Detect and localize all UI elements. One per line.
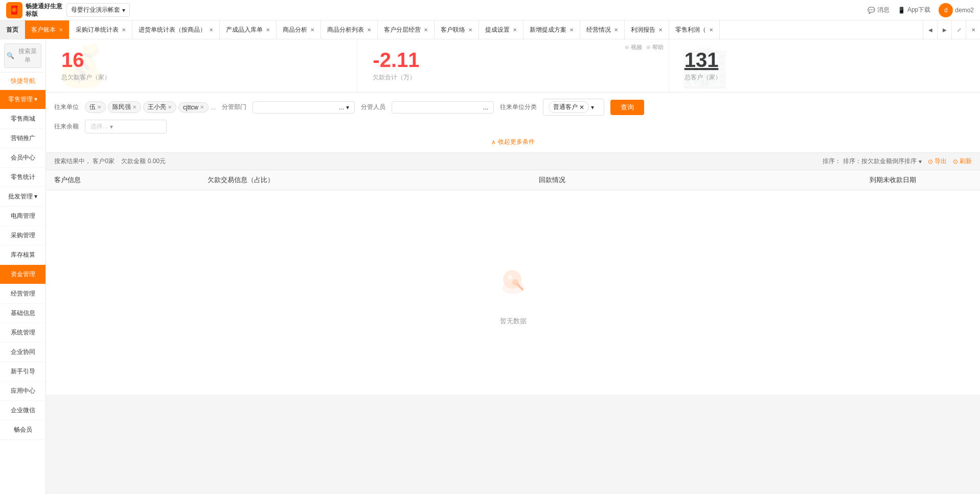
nav-next-btn[interactable]: ▶ <box>937 20 951 39</box>
col-customer-info: 客户信息 <box>54 175 208 185</box>
sidebar-item-vip-member[interactable]: 畅会员 <box>0 420 45 440</box>
close-tab-customer-contact[interactable]: ✕ <box>468 27 472 33</box>
sidebar-item-retail-mall[interactable]: 零售商城 <box>0 109 45 129</box>
close-tab-remind-settings[interactable]: ✕ <box>513 27 517 33</box>
close-tag-3[interactable]: ✕ <box>200 104 204 110</box>
app-download-btn[interactable]: 📱 App下载 <box>898 6 930 14</box>
export-btn[interactable]: ⊙ 导出 <box>928 157 947 166</box>
sidebar-item-enterprise-wechat[interactable]: 企业微信 <box>0 401 45 420</box>
tab-goods-analysis-list[interactable]: 商品分析列表 ✕ <box>321 20 378 39</box>
sidebar-item-operations-mgmt[interactable]: 经营管理 <box>0 284 45 304</box>
filter-area: 往来单位 伍 ✕ 陈民强 ✕ 王小亮 ✕ cjttcw <box>46 93 980 153</box>
sort-select[interactable]: 排序： 排序：按欠款金额倒序排序 ▾ <box>823 157 922 166</box>
close-tab-purchase-order[interactable]: ✕ <box>122 27 126 33</box>
empty-text: 暂无数据 <box>500 317 527 326</box>
result-info: 搜索结果中， 客户0家 欠款金额 0.00元 <box>54 157 166 166</box>
sidebar-item-app-center[interactable]: 应用中心 <box>0 381 45 401</box>
sidebar-item-system-mgmt[interactable]: 系统管理 <box>0 323 45 343</box>
tab-new-plan[interactable]: 新增提成方案 ✕ <box>523 20 580 39</box>
tab-stock-stats[interactable]: 进货单统计表（按商品） ✕ <box>132 20 220 39</box>
sidebar-item-purchase-mgmt[interactable]: 采购管理 <box>0 226 45 245</box>
sidebar-item-retail-stats[interactable]: 零售统计 <box>0 168 45 187</box>
unit-category-select[interactable]: 普通客户 ✕ ▾ <box>543 99 604 116</box>
sidebar-item-basic-info[interactable]: 基础信息 <box>0 304 45 323</box>
close-tag-0[interactable]: ✕ <box>97 104 101 110</box>
quick-nav-btn[interactable]: 快捷导航 <box>0 73 45 90</box>
data-table: 客户信息 欠款交易信息（占比） 回款情况 到期未收款日期 暂无数据 <box>46 170 980 395</box>
result-bar: 搜索结果中， 客户0家 欠款金额 0.00元 排序： 排序：按欠款金额倒序排序 … <box>46 153 980 170</box>
tab-purchase-order[interactable]: 采购订单统计表 ✕ <box>70 20 132 39</box>
sidebar-item-batch-mgmt[interactable]: 批发管理 ▾ <box>0 187 45 207</box>
filter-tag-3[interactable]: cjttcw ✕ <box>178 102 209 113</box>
staff-select[interactable]: ... <box>392 101 494 114</box>
sidebar-item-member-center[interactable]: 会员中心 <box>0 148 45 168</box>
help-btn[interactable]: ⊙ 帮助 <box>646 43 664 51</box>
close-tab-retail-profit[interactable]: ✕ <box>709 27 713 33</box>
top-bar-right: 💬 消息 📱 App下载 d demo2 <box>868 3 974 17</box>
nav-maximize-btn[interactable]: ⤢ <box>951 20 966 39</box>
unit-category-tag[interactable]: 普通客户 ✕ <box>549 101 589 113</box>
nav-tabs: 首页 客户账本 ✕ 采购订单统计表 ✕ 进货单统计表（按商品） ✕ 产成品入库单… <box>0 20 980 39</box>
filter-tag-2[interactable]: 王小亮 ✕ <box>143 101 176 113</box>
close-tab-goods-analysis-list[interactable]: ✕ <box>367 27 371 33</box>
close-tab-stock-stats[interactable]: ✕ <box>209 27 213 33</box>
nav-close-all-btn[interactable]: ✕ <box>966 20 980 39</box>
account-dropdown[interactable]: 母婴行业演示帐套 ▾ <box>66 3 130 17</box>
sidebar-search-area: 🔍 搜索菜单 <box>0 39 45 73</box>
collapse-filter-btn[interactable]: ∧ 收起更多条件 <box>491 138 535 146</box>
tab-customer-layer[interactable]: 客户分层经营 ✕ <box>378 20 435 39</box>
tab-retail-profit[interactable]: 零售利润（ ✕ <box>669 20 720 39</box>
message-btn[interactable]: 💬 消息 <box>868 6 890 14</box>
user-avatar[interactable]: d demo2 <box>939 3 974 17</box>
filter-row-1: 往来单位 伍 ✕ 陈民强 ✕ 王小亮 ✕ cjttcw <box>54 99 972 116</box>
close-tag-1[interactable]: ✕ <box>132 104 136 110</box>
dept-select[interactable]: ... ▾ <box>253 101 355 114</box>
sidebar-item-inventory[interactable]: 库存核算 <box>0 245 45 265</box>
close-tab-customer-layer[interactable]: ✕ <box>424 27 428 33</box>
empty-icon <box>493 260 534 310</box>
sidebar-item-new-guide[interactable]: 新手引导 <box>0 362 45 381</box>
tab-goods-analysis[interactable]: 商品分析 ✕ <box>277 20 321 39</box>
tab-produce-stock[interactable]: 产成品入库单 ✕ <box>220 20 277 39</box>
close-tab-customer-book[interactable]: ✕ <box>59 27 63 33</box>
top-bar-left: 🧧 畅捷通好生意 标版 母婴行业演示帐套 ▾ <box>6 2 130 18</box>
filter-more-tags[interactable]: ... <box>211 104 216 111</box>
sidebar-item-marketing[interactable]: 营销推广 <box>0 129 45 148</box>
tab-profit-report[interactable]: 利润报告 ✕ <box>625 20 669 39</box>
stat-help-area: ⊙ 视频 ⊙ 帮助 <box>625 43 664 51</box>
nav-arrows: ◀ ▶ ⤢ ✕ <box>923 20 980 39</box>
logo-area: 🧧 畅捷通好生意 标版 <box>6 2 62 18</box>
logo-icon: 🧧 <box>6 2 22 18</box>
dept-label: 分管部门 <box>222 103 246 111</box>
refresh-btn[interactable]: ⊙ 刷新 <box>953 157 972 166</box>
sidebar-item-capital-mgmt[interactable]: 资金管理 <box>0 265 45 284</box>
nav-prev-btn[interactable]: ◀ <box>923 20 937 39</box>
close-tab-operation[interactable]: ✕ <box>614 27 618 33</box>
unit-category-label: 往来单位分类 <box>500 103 537 111</box>
stat-debt: ✦ -2.11 欠款合计（万） ⊙ 视频 ⊙ 帮助 <box>357 39 669 92</box>
search-menu-btn[interactable]: 🔍 搜索菜单 <box>4 43 41 68</box>
close-tab-new-plan[interactable]: ✕ <box>569 27 574 33</box>
video-btn[interactable]: ⊙ 视频 <box>625 43 642 51</box>
close-tab-profit-report[interactable]: ✕ <box>658 27 663 33</box>
balance-input[interactable]: 选择... ▾ <box>85 120 167 133</box>
stat-customers: 💰 16 总欠款客户（家） <box>46 39 357 92</box>
close-tab-goods-analysis[interactable]: ✕ <box>310 27 314 33</box>
sidebar-item-ecommerce[interactable]: 电商管理 <box>0 207 45 226</box>
tab-operation[interactable]: 经营情况 ✕ <box>580 20 625 39</box>
tab-remind-settings[interactable]: 提成设置 ✕ <box>479 20 523 39</box>
avatar: d <box>939 3 953 17</box>
query-button[interactable]: 查询 <box>610 100 644 115</box>
filter-tag-0[interactable]: 伍 ✕ <box>85 101 106 113</box>
stat1-bg-icon: 💰 <box>56 42 107 90</box>
filter-tag-1[interactable]: 陈民强 ✕ <box>108 101 141 113</box>
close-tag-2[interactable]: ✕ <box>168 104 172 110</box>
main-layout: 🔍 搜索菜单 快捷导航 零售管理 ▾ 零售商城 营销推广 会员中心 零售统计 批… <box>0 39 980 494</box>
close-tab-produce-stock[interactable]: ✕ <box>266 27 270 33</box>
tab-customer-contact[interactable]: 客户联络 ✕ <box>435 20 479 39</box>
tab-home[interactable]: 首页 <box>0 20 25 39</box>
sidebar-item-enterprise-collab[interactable]: 企业协同 <box>0 343 45 362</box>
sidebar-item-retail-mgmt[interactable]: 零售管理 ▾ <box>0 90 45 109</box>
tab-customer-book[interactable]: 客户账本 ✕ <box>25 20 70 39</box>
close-category-tag[interactable]: ✕ <box>579 104 584 111</box>
